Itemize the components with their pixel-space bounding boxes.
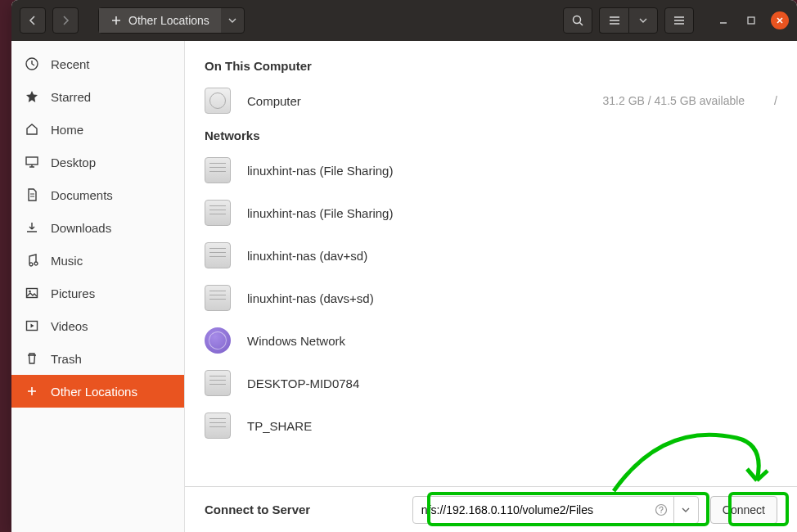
location-name: TP_SHARE xyxy=(247,419,777,433)
window-controls xyxy=(715,11,789,29)
sidebar-item-label: Trash xyxy=(51,352,82,366)
search-button[interactable] xyxy=(563,7,592,34)
sidebar-item-trash[interactable]: Trash xyxy=(11,342,184,375)
connect-label: Connect to Server xyxy=(205,503,310,516)
location-name: linuxhint-nas (File Sharing) xyxy=(247,164,777,178)
server-address-field xyxy=(412,496,699,524)
view-options-dropdown[interactable] xyxy=(628,7,658,34)
pictures-icon xyxy=(25,286,39,300)
content-area: On This Computer Computer 31.2 GB / 41.5… xyxy=(185,41,797,486)
network-icon xyxy=(205,327,231,354)
sidebar-item-label: Other Locations xyxy=(51,385,137,399)
path-dropdown-button[interactable] xyxy=(221,8,244,33)
sidebar-item-downloads[interactable]: Downloads xyxy=(11,211,184,244)
location-path: / xyxy=(774,94,777,107)
plus-icon xyxy=(25,384,39,399)
close-button[interactable] xyxy=(771,11,789,29)
server-icon xyxy=(205,200,231,226)
svg-rect-1 xyxy=(748,17,754,24)
sidebar-item-starred[interactable]: Starred xyxy=(11,80,184,113)
recent-icon xyxy=(25,56,39,71)
path-segment-label: Other Locations xyxy=(128,14,209,27)
sidebar-item-documents[interactable]: Documents xyxy=(11,178,184,211)
videos-icon xyxy=(25,318,39,333)
svg-point-5 xyxy=(29,291,31,293)
home-icon xyxy=(25,122,39,137)
minimize-button[interactable] xyxy=(715,12,732,29)
sidebar-item-music[interactable]: Music xyxy=(11,244,184,277)
svg-point-0 xyxy=(574,16,581,24)
location-row-network[interactable]: linuxhint-nas (dav+sd) xyxy=(185,234,797,277)
trash-icon xyxy=(25,351,39,366)
maximize-button[interactable] xyxy=(743,12,759,29)
connect-to-server-bar: Connect to Server Connect xyxy=(185,486,797,532)
music-icon xyxy=(25,253,39,268)
server-address-input[interactable] xyxy=(413,497,649,523)
section-header-computer: On This Computer xyxy=(185,52,797,79)
plus-icon xyxy=(110,15,122,26)
sidebar-item-desktop[interactable]: Desktop xyxy=(11,146,184,178)
sidebar-item-label: Desktop xyxy=(51,156,96,169)
sidebar-item-label: Recent xyxy=(51,57,90,71)
location-name: DESKTOP-MID0784 xyxy=(247,376,777,390)
desktop-icon xyxy=(25,155,39,169)
downloads-icon xyxy=(25,220,39,235)
svg-rect-3 xyxy=(26,157,38,165)
titlebar: Other Locations xyxy=(11,0,797,41)
server-help-button[interactable] xyxy=(649,503,673,516)
sidebar-item-other-locations[interactable]: Other Locations xyxy=(11,375,184,408)
location-row-network[interactable]: DESKTOP-MID0784 xyxy=(185,362,797,404)
location-meta: 31.2 GB / 41.5 GB available xyxy=(603,94,745,107)
server-icon xyxy=(205,285,231,311)
server-icon xyxy=(205,157,231,183)
documents-icon xyxy=(25,187,39,202)
server-icon xyxy=(205,242,231,268)
location-row-network[interactable]: TP_SHARE xyxy=(185,404,797,447)
location-name: linuxhint-nas (davs+sd) xyxy=(247,291,777,305)
location-row-network[interactable]: linuxhint-nas (davs+sd) xyxy=(185,277,797,319)
sidebar-item-label: Music xyxy=(51,254,83,268)
sidebar-item-pictures[interactable]: Pictures xyxy=(11,277,184,309)
sidebar-item-label: Starred xyxy=(51,90,91,104)
nav-back-button[interactable] xyxy=(20,7,46,34)
sidebar-item-label: Pictures xyxy=(51,286,95,300)
file-manager-window: Other Locations xyxy=(11,0,797,532)
server-icon xyxy=(205,413,231,439)
location-row-network[interactable]: linuxhint-nas (File Sharing) xyxy=(185,192,797,234)
location-row-network[interactable]: linuxhint-nas (File Sharing) xyxy=(185,149,797,192)
location-row-network[interactable]: Windows Network xyxy=(185,319,797,362)
location-name: Windows Network xyxy=(247,334,777,348)
connect-button[interactable]: Connect xyxy=(710,496,777,524)
sidebar-item-recent[interactable]: Recent xyxy=(11,47,184,80)
path-segment-other-locations[interactable]: Other Locations xyxy=(99,8,221,33)
section-header-networks: Networks xyxy=(185,122,797,149)
sidebar: RecentStarredHomeDesktopDocumentsDownloa… xyxy=(11,41,185,532)
view-list-button[interactable] xyxy=(599,7,628,34)
location-name: Computer xyxy=(247,94,587,108)
sidebar-item-label: Videos xyxy=(51,319,88,333)
location-row-computer[interactable]: Computer 31.2 GB / 41.5 GB available / xyxy=(185,79,797,122)
svg-rect-4 xyxy=(27,289,38,298)
nav-forward-button[interactable] xyxy=(52,7,79,34)
sidebar-item-label: Downloads xyxy=(51,221,111,235)
server-history-dropdown[interactable] xyxy=(673,497,698,523)
hamburger-menu-button[interactable] xyxy=(664,7,694,34)
location-name: linuxhint-nas (dav+sd) xyxy=(247,249,777,263)
sidebar-item-label: Documents xyxy=(51,188,113,202)
sidebar-item-home[interactable]: Home xyxy=(11,113,184,146)
disk-icon xyxy=(205,88,231,114)
server-icon xyxy=(205,370,231,396)
sidebar-item-videos[interactable]: Videos xyxy=(11,309,184,342)
sidebar-item-label: Home xyxy=(51,123,83,137)
location-name: linuxhint-nas (File Sharing) xyxy=(247,206,777,220)
path-bar: Other Locations xyxy=(98,7,245,34)
star-icon xyxy=(25,89,39,104)
main-pane: On This Computer Computer 31.2 GB / 41.5… xyxy=(185,41,797,532)
